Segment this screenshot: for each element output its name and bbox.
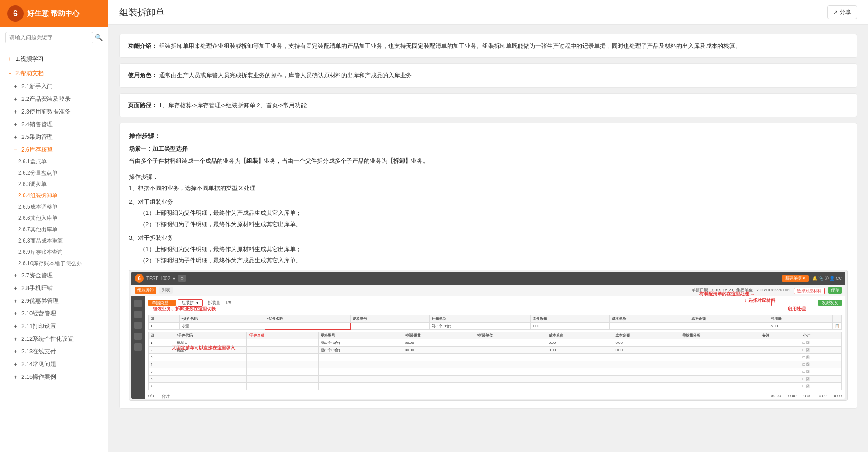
- mock-lower-row5: 5: [149, 368, 842, 376]
- nav-child-inventory[interactable]: － 2.6库存核算: [0, 143, 108, 156]
- lower-seq3: 3: [149, 354, 175, 361]
- lower-name3: [246, 354, 318, 361]
- lower-total3: [613, 354, 680, 361]
- nav-child-purchase[interactable]: ＋ 2.5采购管理: [0, 131, 108, 143]
- mock-footer-qty: 0/0: [148, 394, 154, 399]
- step2a-text: （1）上部明细为父件明细，最终作为产成品生成其它入库单；: [140, 208, 848, 219]
- nav-grandchild-transfer[interactable]: 2.6.3调拨单: [0, 179, 108, 190]
- scene1-title: 场景一：加工类型选择: [129, 145, 848, 153]
- col-unit-val: 1.00: [530, 323, 610, 330]
- col-available: 可用量: [769, 315, 832, 323]
- nav-grandchild-partial-stocktake[interactable]: 2.6.2分量盘点单: [0, 167, 108, 179]
- mock-lower-head-row: ☑ *子件代码 *子件名称 规格型号 *拆装用量 *拆装单位 成本单价 成本金额: [149, 332, 842, 339]
- mock-lower-row4: 4: [149, 361, 842, 368]
- mock-upper-table-head-row: ☑ *父件代码 *父件名称 规格型号 计量单位 主件数量 成本单价 成本金额: [149, 315, 842, 323]
- lower-col-unit: *拆装单位: [475, 332, 547, 339]
- plus-icon: ＋: [13, 373, 19, 381]
- lower-remark6: [760, 376, 801, 383]
- mock-main-area: 单据类型： 组装拼 ▾ 拆装量： 1/5 发派发发 组装业务、拆卸业务在这: [131, 296, 845, 399]
- lower-code6: [175, 376, 246, 383]
- mock-bom-btn: 选择对应材料: [794, 288, 825, 294]
- lower-ops1: □ 回: [801, 339, 841, 347]
- lower-code5: [175, 368, 246, 376]
- plus-icon: ＋: [13, 360, 19, 368]
- lower-col-cost-price: 成本单价: [547, 332, 613, 339]
- annotation-enable: 启用处理: [788, 306, 806, 312]
- nav-grandchild-stocktake[interactable]: 2.6.1盘点单: [0, 156, 108, 167]
- search-button[interactable]: 🔍: [95, 34, 103, 41]
- col-parent-code: *父件代码: [179, 315, 265, 323]
- lower-col-avail: 需拆量分析: [680, 332, 760, 339]
- step1-text: 1、根据不同的业务，选择不同单据的类型来处理: [129, 185, 255, 191]
- mock-lower-row6: 6: [149, 376, 842, 383]
- lower-qty5: [403, 368, 475, 376]
- nav-grandchild-cost-recalc[interactable]: 2.6.8商品成本重算: [0, 235, 108, 247]
- nav-child-data-prep[interactable]: ＋ 2.3使用前数据准备: [0, 105, 108, 118]
- nav-grandchild-cost-adj[interactable]: 2.6.5成本调整单: [0, 201, 108, 213]
- lower-qty7: [403, 383, 475, 390]
- plus-icon: ＋: [13, 322, 19, 330]
- nav-child-newbie[interactable]: ＋ 2.1新手入门: [0, 80, 108, 93]
- mock-footer-num1: ¥0.00: [771, 394, 781, 399]
- lower-remark2: [760, 347, 801, 354]
- nav-section-docs-header[interactable]: － 2.帮助文档: [0, 67, 108, 80]
- nav-section-video: ＋ 1.视频学习: [0, 52, 108, 66]
- mock-topbar-ctrl1: ⚙: [180, 276, 184, 281]
- nav-child-mobile[interactable]: ＋ 2.8手机旺铺: [0, 282, 108, 295]
- logo-circle: 6: [7, 5, 24, 22]
- lower-avail1: [680, 339, 760, 347]
- nav-child-install[interactable]: ＋ 2.2产品安装及登录: [0, 93, 108, 105]
- nav-child-payment[interactable]: ＋ 2.13在线支付: [0, 345, 108, 358]
- share-button[interactable]: ↗ 分享: [827, 5, 857, 19]
- nav-child-personalize[interactable]: ＋ 2.12系统个性化设置: [0, 333, 108, 345]
- nav-child-print[interactable]: ＋ 2.11打印设置: [0, 320, 108, 333]
- nav-child-operations[interactable]: ＋ 2.10经营管理: [0, 307, 108, 320]
- lower-spec7: [318, 383, 403, 390]
- lower-ops4: □ 回: [801, 361, 841, 368]
- nav-child-mobile-label: 2.8手机旺铺: [21, 284, 53, 292]
- col-parent-name-val: [265, 323, 350, 330]
- nav-child-cases[interactable]: ＋ 2.15操作案例: [0, 371, 108, 383]
- feature-intro-label: 功能介绍：: [128, 43, 157, 49]
- nav-child-sales[interactable]: ＋ 2.4销售管理: [0, 118, 108, 131]
- nav-child-cases-label: 2.15操作案例: [21, 373, 56, 381]
- lower-seq4: 4: [149, 361, 175, 368]
- lower-unit4: [475, 361, 547, 368]
- mock-footer-total1: 合计: [161, 394, 170, 399]
- nav-section-docs-label: 2.帮助文档: [15, 69, 44, 77]
- mock-tab2: 列表: [159, 287, 173, 294]
- col-ops-val: 📋: [833, 323, 842, 330]
- plus-icon: ＋: [13, 297, 19, 305]
- nav-section-video-header[interactable]: ＋ 1.视频学习: [0, 52, 108, 66]
- lower-remark7: [760, 383, 801, 390]
- nav-grandchild-ledger-query[interactable]: 2.6.9库存账本查询: [0, 247, 108, 258]
- lower-qty2: 30.00: [403, 347, 475, 354]
- col-available-val: 5.00: [769, 323, 832, 330]
- mock-footer: 0/0 合计 ¥0.00 0.00 0.00 0.00 0.00: [148, 392, 842, 399]
- lower-spec5: [318, 368, 403, 376]
- col-spec: 规格型号: [350, 315, 430, 323]
- plus-icon: ＋: [13, 82, 19, 90]
- minus-icon: －: [7, 70, 13, 77]
- mock-type-row: 单据类型： 组装拼 ▾ 拆装量： 1/5 发派发发: [148, 299, 842, 307]
- nav-child-newbie-label: 2.1新手入门: [21, 82, 53, 90]
- mock-save-btn: 保存: [828, 287, 842, 294]
- nav-section-video-label: 1.视频学习: [15, 55, 44, 63]
- lower-avail7: [680, 383, 760, 390]
- nav-child-coupon[interactable]: ＋ 2.9优惠券管理: [0, 295, 108, 307]
- lower-name7: [246, 383, 318, 390]
- mock-nav-dot5: [134, 343, 142, 351]
- plus-icon: ＋: [13, 309, 19, 318]
- nav-grandchild-ledger-fix[interactable]: 2.6.10库存账本错了怎么办: [0, 258, 108, 269]
- ops-label: 操作步骤：: [129, 132, 848, 140]
- nav-child-faq[interactable]: ＋ 2.14常见问题: [0, 358, 108, 371]
- nav-grandchild-assembly[interactable]: 2.6.4组装拆卸单: [0, 190, 108, 201]
- search-input[interactable]: [5, 32, 93, 43]
- mock-new-order-btn: 新建单据 ▾: [782, 275, 809, 282]
- nav-child-finance[interactable]: ＋ 2.7资金管理: [0, 269, 108, 282]
- nav-grandchild-other-in[interactable]: 2.6.6其他入库单: [0, 213, 108, 224]
- col-seq-val: 1: [149, 323, 180, 330]
- lower-spec3: [318, 354, 403, 361]
- lower-name1: [246, 339, 318, 347]
- nav-grandchild-other-out[interactable]: 2.6.7其他出库单: [0, 224, 108, 235]
